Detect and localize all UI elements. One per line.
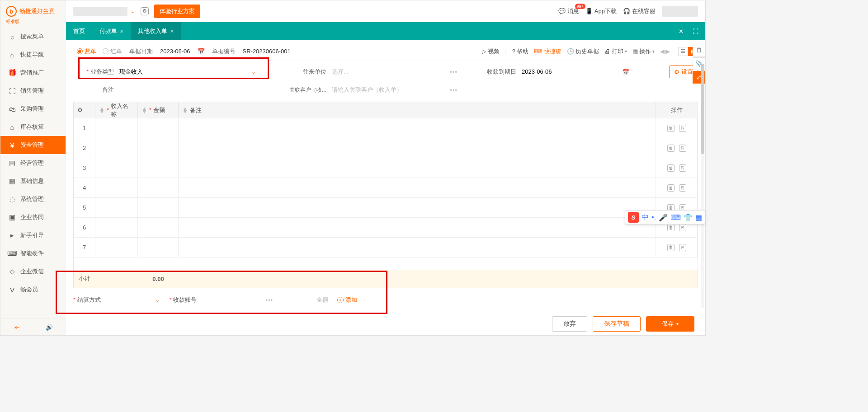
cell-remark[interactable] <box>179 218 656 237</box>
rail-note-button[interactable]: 🗒 <box>693 44 705 56</box>
ime-keyboard-icon[interactable]: ⌨ <box>670 213 681 222</box>
calendar-icon[interactable]: 📅 <box>198 48 205 55</box>
copy-row-icon[interactable]: ⎘ <box>679 145 686 152</box>
sidebar-item[interactable]: ▦基础信息 <box>0 172 66 190</box>
table-row[interactable]: 3🗑⎘ <box>74 158 698 178</box>
customer-service-button[interactable]: 🎧 在线客服 <box>623 7 656 15</box>
ime-lang[interactable]: 中 <box>642 213 649 222</box>
cell-income-name[interactable] <box>95 218 138 237</box>
party-more-button[interactable]: ••• <box>450 69 458 75</box>
radio-red[interactable]: 红单 <box>103 47 122 56</box>
th-remark[interactable]: ▲▼备注 <box>179 102 656 118</box>
party-input[interactable] <box>330 66 446 78</box>
tab-close-icon[interactable]: × <box>120 28 123 35</box>
ime-mic-icon[interactable]: 🎤 <box>659 213 668 222</box>
tab-close-all-button[interactable]: ✕ <box>675 25 687 37</box>
sidebar-item[interactable]: ⌕搜索菜单 <box>0 28 66 46</box>
rel-customer-input[interactable] <box>330 84 446 96</box>
settle-method-select[interactable] <box>108 294 162 306</box>
cell-remark[interactable] <box>179 118 656 138</box>
tab[interactable]: 其他收入单× <box>131 22 181 40</box>
cell-amount[interactable] <box>138 198 179 217</box>
table-row[interactable]: 7🗑⎘ <box>74 238 698 258</box>
rel-more-button[interactable]: ••• <box>450 87 458 94</box>
abandon-button[interactable]: 放弃 <box>552 316 587 332</box>
history-button[interactable]: 🕓历史单据 <box>567 47 599 56</box>
cell-remark[interactable] <box>179 238 656 257</box>
tab-close-icon[interactable]: × <box>170 28 174 35</box>
operate-button[interactable]: ▦操作▾ <box>632 47 655 56</box>
sidebar-item[interactable]: ¥资金管理 <box>0 136 66 154</box>
tab[interactable]: 首页 <box>66 22 92 40</box>
tab[interactable]: 付款单× <box>92 22 131 40</box>
video-button[interactable]: ▷视频 <box>482 47 500 56</box>
cell-remark[interactable] <box>179 138 656 158</box>
cell-amount[interactable] <box>138 238 179 257</box>
table-row[interactable]: 2🗑⎘ <box>74 138 698 158</box>
sidebar-item[interactable]: ⌂快捷导航 <box>0 46 66 64</box>
tab-fullscreen-button[interactable]: ⛶ <box>689 25 702 37</box>
sidebar-item[interactable]: ⌨智能硬件 <box>0 244 66 262</box>
scrollbar[interactable] <box>701 64 704 308</box>
delete-row-icon[interactable]: 🗑 <box>667 244 675 251</box>
cell-amount[interactable] <box>138 138 179 158</box>
cell-remark[interactable] <box>179 158 656 178</box>
sidebar-item[interactable]: ▣企业协同 <box>0 208 66 226</box>
help-button[interactable]: ?帮助 <box>512 47 528 56</box>
sidebar-item[interactable]: 🛍采购管理 <box>0 100 66 118</box>
copy-row-icon[interactable]: ⎘ <box>679 184 686 192</box>
save-draft-button[interactable]: 保存草稿 <box>593 316 641 332</box>
delete-row-icon[interactable]: 🗑 <box>667 184 675 192</box>
table-row[interactable]: 1🗑⎘ <box>74 118 698 138</box>
cell-amount[interactable] <box>138 218 179 237</box>
view-list-button[interactable]: ☰ <box>678 47 688 56</box>
biz-type-select[interactable] <box>118 66 259 78</box>
delete-row-icon[interactable]: 🗑 <box>667 125 675 132</box>
print-button[interactable]: 🖨打印▾ <box>604 47 627 56</box>
cell-income-name[interactable] <box>95 198 138 217</box>
delete-row-icon[interactable]: 🗑 <box>667 164 675 172</box>
th-income-name[interactable]: ▲▼*收入名称 <box>95 102 138 118</box>
add-settlement-button[interactable]: + 添加 <box>337 296 357 304</box>
prev-record-button[interactable]: ◀ <box>660 48 665 55</box>
cell-amount[interactable] <box>138 178 179 197</box>
ime-punct-icon[interactable]: •, <box>651 213 656 221</box>
th-amount[interactable]: ▲▼*金额 <box>138 102 179 118</box>
account-input[interactable] <box>204 294 258 306</box>
sidebar-item[interactable]: V畅会员 <box>0 281 66 299</box>
sidebar-item[interactable]: ◇企业微信 <box>0 262 66 281</box>
next-record-button[interactable]: ▶ <box>665 48 670 55</box>
sidebar-item[interactable]: ▸新手引导 <box>0 226 66 244</box>
table-row[interactable]: 5🗑⎘ <box>74 198 698 218</box>
table-row[interactable]: 4🗑⎘ <box>74 178 698 198</box>
cell-income-name[interactable] <box>95 118 138 138</box>
sidebar-item[interactable]: ⛶销售管理 <box>0 82 66 100</box>
user-avatar-hidden[interactable] <box>662 6 698 17</box>
cell-remark[interactable] <box>179 198 656 217</box>
ime-toolbox-icon[interactable]: ▦ <box>695 213 702 222</box>
settle-amount-input[interactable] <box>280 294 330 306</box>
sidebar-item[interactable]: 🎁营销推广 <box>0 64 66 82</box>
gear-icon[interactable]: ⚙ <box>141 7 149 15</box>
copy-row-icon[interactable]: ⎘ <box>679 244 686 251</box>
messages-button[interactable]: 💬 消息 <box>558 7 579 15</box>
copy-row-icon[interactable]: ⎘ <box>679 164 686 172</box>
cell-income-name[interactable] <box>95 178 138 197</box>
due-date-input[interactable] <box>520 66 618 78</box>
remark-input[interactable] <box>118 84 259 96</box>
sidebar-collapse-button[interactable]: ⇤ <box>0 319 33 335</box>
calendar-icon[interactable]: 📅 <box>622 69 629 75</box>
table-row[interactable]: 6🗑⎘ <box>74 218 698 238</box>
cell-remark[interactable] <box>179 178 656 197</box>
cell-income-name[interactable] <box>95 138 138 158</box>
sidebar-item[interactable]: ▤经营管理 <box>0 154 66 172</box>
shortcut-button[interactable]: ⌨快捷键 <box>534 47 561 56</box>
sidebar-item[interactable]: ◌系统管理 <box>0 190 66 208</box>
company-selector[interactable]: ⌄ <box>73 7 135 16</box>
copy-row-icon[interactable]: ⎘ <box>679 125 686 132</box>
cell-amount[interactable] <box>138 118 179 138</box>
date-value[interactable]: 2023-06-06 <box>160 48 190 55</box>
ime-skin-icon[interactable]: 👕 <box>684 213 693 222</box>
trial-button[interactable]: 体验行业方案 <box>154 5 200 18</box>
cell-amount[interactable] <box>138 158 179 178</box>
